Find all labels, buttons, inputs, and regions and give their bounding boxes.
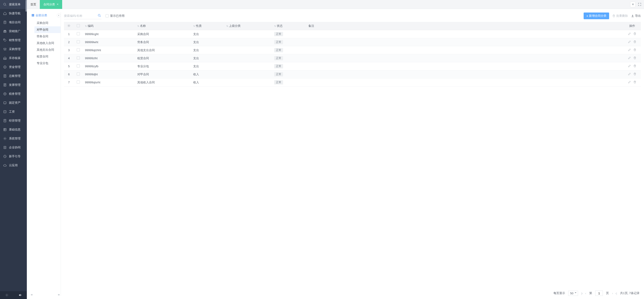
sound-icon[interactable] <box>14 291 27 299</box>
edit-icon[interactable] <box>628 72 631 76</box>
edit-icon[interactable] <box>628 56 631 60</box>
tree-hscroll[interactable] <box>30 294 60 296</box>
row-checkbox[interactable] <box>74 46 83 54</box>
col-parent[interactable]: 上级分类 <box>224 22 272 30</box>
search-input[interactable] <box>64 12 102 19</box>
cell-parent <box>224 78 272 86</box>
svg-rect-13 <box>4 146 6 149</box>
batch-delete-button[interactable]: 批量删除 <box>612 14 628 18</box>
delete-icon[interactable] <box>633 80 636 84</box>
sidebar-item-label: 固定资产 <box>9 101 20 105</box>
sidebar-item-15[interactable]: 系统管理 <box>0 134 27 143</box>
show-disabled-checkbox[interactable]: 显示已停用 <box>106 14 124 18</box>
per-page-select[interactable]: 50 <box>568 291 578 296</box>
tree-item[interactable]: 其他支出合同 <box>34 46 60 53</box>
settings-icon[interactable] <box>0 291 14 299</box>
row-index: 7 <box>64 78 74 86</box>
sidebar-item-16[interactable]: 企业协同 <box>0 143 27 152</box>
select-all-checkbox[interactable] <box>74 22 83 30</box>
sidebar-item-1[interactable]: 快捷导航 <box>0 9 27 18</box>
sidebar-item-label: 库存核算 <box>9 56 20 60</box>
delete-icon[interactable] <box>633 56 636 60</box>
tree-item[interactable]: 劳务合同 <box>34 33 60 40</box>
gear-icon[interactable] <box>64 22 74 30</box>
row-checkbox[interactable] <box>74 38 83 46</box>
col-code[interactable]: 编码 <box>83 22 135 30</box>
tree-item[interactable]: 专业分包 <box>34 60 60 67</box>
svg-point-20 <box>98 14 100 16</box>
cloud-icon <box>3 164 7 167</box>
export-button[interactable]: 导出 <box>631 14 641 18</box>
close-all-icon[interactable]: ✕ <box>630 2 636 7</box>
col-name[interactable]: 名称 <box>135 22 191 30</box>
sidebar-item-label: 项目合同 <box>9 20 20 24</box>
tree-item[interactable]: 其他收入合同 <box>34 40 60 46</box>
row-checkbox[interactable] <box>74 78 83 86</box>
sidebar-item-14[interactable]: 基础信息 <box>0 125 27 134</box>
col-op: 操作 <box>624 22 641 30</box>
tab-home[interactable]: 首页 <box>27 0 40 9</box>
sidebar-item-11[interactable]: 固定资产 <box>0 98 27 107</box>
sidebar-item-12[interactable]: 工资 <box>0 107 27 116</box>
delete-icon[interactable] <box>633 48 636 52</box>
col-nature[interactable]: 性质 <box>191 22 224 30</box>
row-checkbox[interactable] <box>74 54 83 62</box>
cell-code: 99999djht <box>83 70 135 78</box>
edit-icon[interactable] <box>628 48 631 52</box>
edit-icon[interactable] <box>628 64 631 68</box>
row-checkbox[interactable] <box>74 70 83 78</box>
sidebar-item-13[interactable]: 经营管理 <box>0 116 27 125</box>
tree-item[interactable]: 对甲合同 <box>34 26 60 33</box>
edit-icon[interactable] <box>628 80 631 84</box>
tab-contract-category[interactable]: 合同分类 ✕ <box>40 0 62 9</box>
first-page-icon[interactable]: |‹ <box>581 292 583 295</box>
delete-icon[interactable] <box>633 64 636 68</box>
sidebar-item-3[interactable]: 营销推广 <box>0 27 27 36</box>
sidebar-item-18[interactable]: 云应用 <box>0 161 27 170</box>
sidebar-item-4[interactable]: 销售管理 <box>0 36 27 45</box>
sidebar-item-label: 发票管理 <box>9 83 20 87</box>
sidebar-item-label: 系统管理 <box>9 137 20 141</box>
sidebar-item-10[interactable]: 税务管理 <box>0 89 27 98</box>
pagination: 每页显示 50 |‹ ‹ 第 页 › ›| 共1页, 7条记录 <box>64 288 641 296</box>
collapse-tree-icon[interactable] <box>57 13 61 17</box>
cell-nature: 支出 <box>191 30 224 38</box>
coop-icon <box>3 146 7 149</box>
edit-icon[interactable] <box>628 32 631 36</box>
row-checkbox[interactable] <box>74 30 83 38</box>
last-page-icon[interactable]: ›| <box>616 292 617 295</box>
close-icon[interactable]: ✕ <box>56 3 58 6</box>
sidebar-item-9[interactable]: 发票管理 <box>0 80 27 89</box>
sidebar-item-label: 采购管理 <box>9 47 20 51</box>
page-input[interactable] <box>595 291 603 296</box>
all-categories[interactable]: 全部分类 <box>30 12 60 20</box>
cell-remark <box>306 30 624 38</box>
add-button[interactable]: + 新增合同分类 <box>584 12 609 19</box>
row-checkbox[interactable] <box>74 62 83 70</box>
cell-parent <box>224 62 272 70</box>
col-status[interactable]: 状态 <box>272 22 306 30</box>
search-icon[interactable] <box>98 14 101 18</box>
tree-item[interactable]: 租赁合同 <box>34 53 60 60</box>
sidebar-item-0[interactable]: 搜索菜单 <box>0 0 27 9</box>
delete-icon[interactable] <box>633 72 636 76</box>
tree-item[interactable]: 采购合同 <box>34 20 60 26</box>
sidebar-item-7[interactable]: 资金管理 <box>0 62 27 71</box>
svg-point-3 <box>4 39 4 40</box>
grid-icon <box>32 14 34 17</box>
sidebar-item-label: 经营管理 <box>9 119 20 123</box>
next-page-icon[interactable]: › <box>612 292 613 295</box>
tag-icon <box>3 38 7 42</box>
delete-icon[interactable] <box>633 40 636 44</box>
prev-page-icon[interactable]: ‹ <box>585 292 586 295</box>
gift-icon <box>3 29 7 33</box>
sidebar-item-5[interactable]: 采购管理 <box>0 45 27 54</box>
delete-icon[interactable] <box>633 32 636 36</box>
sidebar-item-2[interactable]: 项目合同 <box>0 18 27 27</box>
sidebar-item-6[interactable]: 库存核算 <box>0 54 27 62</box>
fullscreen-icon[interactable] <box>637 2 642 7</box>
sidebar-item-8[interactable]: 总账管理 <box>0 71 27 80</box>
row-index: 1 <box>64 30 74 38</box>
edit-icon[interactable] <box>628 40 631 44</box>
sidebar-item-17[interactable]: 新手引导 <box>0 152 27 161</box>
